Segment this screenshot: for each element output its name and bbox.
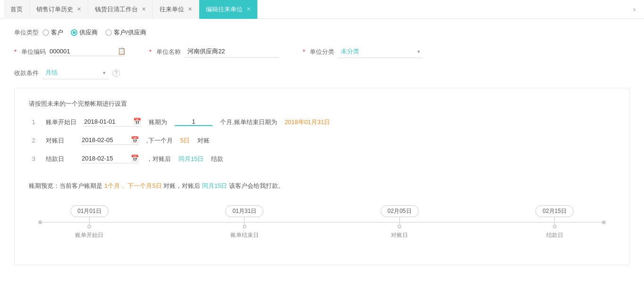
unit-info-row: * 单位编码 📋 * 单位名称 * 单位分类 未分类 ▾ bbox=[14, 45, 630, 58]
tab-related-units[interactable]: 往来单位 ✕ bbox=[153, 0, 199, 19]
unit-code-copy-icon[interactable]: 📋 bbox=[118, 47, 126, 55]
radio-both[interactable]: 客户/供应商 bbox=[105, 28, 146, 37]
timeline-line bbox=[42, 222, 602, 223]
preview-part3: 同月15日 bbox=[202, 182, 227, 189]
radio-both-label: 客户/供应商 bbox=[114, 28, 146, 37]
timeline-dot-1 bbox=[87, 225, 91, 228]
preview-part1: 1个月， bbox=[104, 182, 126, 189]
period-label-2: 对账日 bbox=[46, 136, 74, 145]
preview-prefix: 账期预览：当前客户账期是 bbox=[29, 182, 102, 189]
unit-type-label: 单位类型 bbox=[14, 28, 39, 37]
unit-category-dropdown[interactable]: 未分类 ▾ bbox=[338, 45, 423, 58]
tab-sales-order-history[interactable]: 销售订单历史 ✕ bbox=[30, 0, 88, 19]
period-desc-2a: ,下一个月 bbox=[146, 136, 173, 145]
period-date-input-2[interactable] bbox=[82, 136, 129, 144]
payment-terms-arrow-icon: ▾ bbox=[103, 70, 106, 76]
unit-code-required: * bbox=[14, 48, 17, 55]
preview-text: 账期预览：当前客户账期是 1个月， 下一个月5日 对账，对账后 同月15日 该客… bbox=[29, 173, 615, 201]
period-num-2: 2 bbox=[29, 137, 38, 144]
tab-related-close[interactable]: ✕ bbox=[188, 6, 192, 12]
unit-name-required: * bbox=[149, 48, 152, 55]
period-num-3: 3 bbox=[29, 155, 38, 162]
unit-code-input-wrapper: 📋 bbox=[50, 47, 126, 56]
tab-home-label: 首页 bbox=[10, 5, 23, 14]
timeline-badge-2: 01月31日 bbox=[225, 205, 263, 217]
period-date-1: 📅 bbox=[84, 118, 141, 127]
period-date-2: 📅 bbox=[82, 136, 139, 145]
unit-name-label: 单位名称 bbox=[156, 48, 181, 56]
preview-suffix: 该客户会给我打款。 bbox=[229, 182, 284, 189]
months-input[interactable] bbox=[175, 118, 212, 126]
period-date-3: 📅 bbox=[82, 154, 139, 163]
timeline-node-3: 02月05日 对账日 bbox=[381, 205, 419, 239]
unit-category-value: 未分类 bbox=[341, 47, 415, 56]
timeline-connector-3 bbox=[399, 217, 400, 225]
radio-supplier-circle bbox=[71, 29, 77, 36]
timeline-badge-3: 02月05日 bbox=[381, 205, 419, 217]
timeline-node-1: 01月01日 账单开始日 bbox=[70, 205, 109, 239]
preview-part2: 下一个月5日 bbox=[127, 182, 161, 189]
tab-money-close[interactable]: ✕ bbox=[142, 6, 146, 12]
period-desc-1b: 个月,账单结束日期为 bbox=[220, 118, 277, 127]
unit-category-arrow-icon: ▾ bbox=[417, 49, 420, 55]
unit-code-input[interactable] bbox=[50, 48, 116, 55]
timeline-dot-2 bbox=[243, 225, 246, 228]
radio-supplier-label: 供应商 bbox=[79, 28, 98, 37]
tab-edit-close[interactable]: ✕ bbox=[246, 6, 251, 12]
radio-both-circle bbox=[105, 29, 112, 36]
radio-customer[interactable]: 客户 bbox=[42, 28, 63, 37]
tab-sales-close[interactable]: ✕ bbox=[77, 6, 81, 12]
period-desc-3a: ，对账后 bbox=[146, 155, 171, 163]
period-day-highlight-2: 5日 bbox=[180, 136, 190, 145]
timeline-label-3: 对账日 bbox=[391, 231, 408, 239]
timeline-connector-1 bbox=[89, 217, 90, 225]
tab-bar: 首页 销售订单历史 ✕ 钱货日清工作台 ✕ 往来单位 ✕ 编辑往来单位 ✕ › bbox=[0, 0, 644, 19]
period-desc-2b: 对账 bbox=[197, 136, 210, 145]
period-title: 请按照未来的一个完整帐期进行设置 bbox=[29, 100, 615, 108]
period-label-3: 结款日 bbox=[46, 155, 74, 163]
timeline-start-dot bbox=[38, 220, 42, 224]
payment-terms-help-icon[interactable]: ? bbox=[112, 69, 120, 77]
tab-edit-related-unit[interactable]: 编辑往来单位 ✕ bbox=[199, 0, 258, 19]
timeline-end-dot bbox=[602, 220, 606, 224]
tab-more-button[interactable]: › bbox=[628, 5, 640, 14]
unit-type-row: 单位类型 客户 供应商 客户/供应商 bbox=[14, 28, 630, 37]
timeline: 01月01日 账单开始日 01月31日 账单结束日 02月05日 bbox=[29, 201, 615, 253]
timeline-label-4: 结款日 bbox=[546, 231, 563, 239]
unit-name-field: * 单位名称 bbox=[149, 46, 279, 58]
payment-terms-label: 收款条件 bbox=[14, 69, 39, 77]
payment-terms-row: 收款条件 月结 ▾ ? bbox=[14, 67, 630, 79]
unit-category-field: * 单位分类 未分类 ▾ bbox=[303, 45, 423, 58]
timeline-badge-1: 01月01日 bbox=[70, 205, 109, 217]
period-desc-3b: 结款 bbox=[211, 155, 223, 163]
tab-sales-label: 销售订单历史 bbox=[36, 5, 73, 14]
timeline-dot-3 bbox=[398, 225, 401, 228]
timeline-badge-4: 02月15日 bbox=[535, 205, 574, 217]
period-end-date-highlight: 2018年01月31日 bbox=[285, 118, 330, 127]
preview-middle: 对账，对账后 bbox=[163, 182, 200, 189]
period-calendar-icon-2[interactable]: 📅 bbox=[131, 136, 139, 144]
tab-money-label: 钱货日清工作台 bbox=[95, 5, 138, 14]
period-calendar-icon-1[interactable]: 📅 bbox=[133, 118, 141, 125]
period-calendar-icon-3[interactable]: 📅 bbox=[131, 154, 139, 162]
period-date-input-1[interactable] bbox=[84, 118, 131, 125]
payment-terms-value: 月结 bbox=[45, 68, 101, 77]
tab-home[interactable]: 首页 bbox=[4, 0, 30, 19]
unit-type-field: 单位类型 客户 供应商 客户/供应商 bbox=[14, 28, 146, 37]
period-date-input-3[interactable] bbox=[82, 155, 129, 162]
radio-customer-circle bbox=[42, 29, 49, 36]
payment-terms-field: 收款条件 月结 ▾ ? bbox=[14, 67, 120, 79]
tab-edit-label: 编辑往来单位 bbox=[206, 5, 243, 14]
unit-name-input[interactable] bbox=[185, 46, 279, 58]
unit-code-label: 单位编码 bbox=[21, 48, 46, 56]
tab-money-daily[interactable]: 钱货日清工作台 ✕ bbox=[88, 0, 153, 19]
timeline-connector-4 bbox=[554, 217, 555, 225]
period-box: 请按照未来的一个完整帐期进行设置 1 账单开始日 📅 账期为 个月,账单结束日期… bbox=[14, 88, 630, 265]
timeline-node-2: 01月31日 账单结束日 bbox=[225, 205, 263, 239]
payment-terms-dropdown[interactable]: 月结 ▾ bbox=[42, 67, 109, 79]
period-row-2: 2 对账日 📅 ,下一个月 5日 对账 bbox=[29, 136, 615, 145]
period-row-1: 1 账单开始日 📅 账期为 个月,账单结束日期为 2018年01月31日 bbox=[29, 118, 615, 127]
radio-supplier[interactable]: 供应商 bbox=[71, 28, 98, 37]
period-row-3: 3 结款日 📅 ，对账后 同月15日 结款 bbox=[29, 154, 615, 163]
timeline-connector-2 bbox=[244, 217, 245, 225]
